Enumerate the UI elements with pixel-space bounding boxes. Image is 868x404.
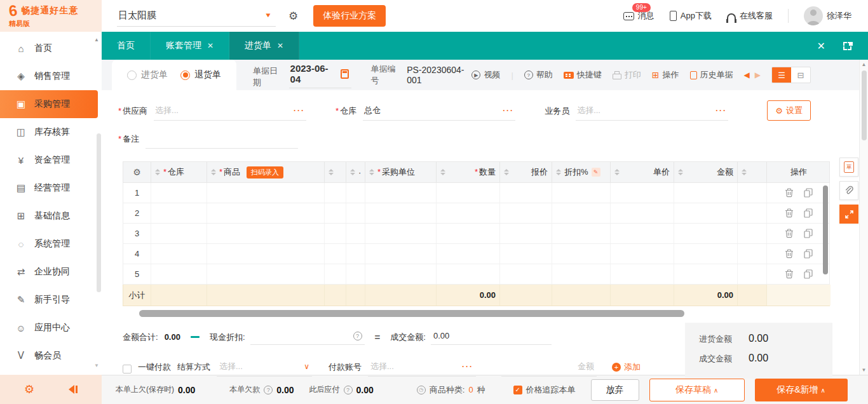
close-tab-icon[interactable]: ✕: [277, 41, 283, 50]
copy-row-icon[interactable]: [804, 229, 813, 238]
prev-doc-icon[interactable]: ◀: [744, 71, 750, 79]
history-docs-button[interactable]: 历史单据: [690, 69, 733, 81]
close-all-tabs-icon[interactable]: ✕: [817, 40, 825, 52]
pay-amount-input[interactable]: 金额: [501, 359, 597, 377]
copy-row-icon[interactable]: [804, 269, 813, 279]
page-scrollbar[interactable]: ▲ ▼: [859, 60, 868, 375]
delete-row-icon[interactable]: [785, 249, 794, 259]
discard-button[interactable]: 放弃: [591, 379, 639, 401]
cell-·[interactable]: [346, 224, 365, 243]
cell-数量[interactable]: [437, 264, 500, 284]
cell-·[interactable]: [346, 264, 365, 284]
pay-account-input[interactable]: 选择... ···: [368, 359, 476, 377]
cell-单价[interactable]: [611, 224, 674, 243]
delete-row-icon[interactable]: [785, 188, 794, 198]
sidebar-item-collaboration[interactable]: ⇄企业协同: [0, 258, 102, 286]
add-payment-button[interactable]: + 添加: [612, 361, 641, 377]
sort-icon[interactable]: [329, 169, 334, 175]
tab-账套管理[interactable]: 账套管理✕: [151, 32, 229, 60]
cell-采购单位[interactable]: [365, 224, 437, 243]
sort-icon[interactable]: [504, 169, 509, 175]
row-number-cell[interactable]: 2: [123, 203, 151, 223]
sort-icon[interactable]: [440, 169, 445, 175]
cell-采购单位[interactable]: [365, 183, 437, 203]
company-selector[interactable]: 日太阳膜 ▼: [117, 6, 276, 27]
cell-3[interactable]: [325, 203, 346, 223]
one-click-pay-checkbox[interactable]: [123, 365, 132, 374]
cell-报价[interactable]: [500, 264, 552, 284]
cell-·[interactable]: [346, 244, 365, 264]
cell-报价[interactable]: [500, 244, 552, 264]
sidebar-item-system[interactable]: ◌系统管理: [0, 230, 102, 258]
cell-折扣%[interactable]: [552, 244, 611, 264]
cell-金额[interactable]: [674, 244, 738, 264]
next-doc-icon[interactable]: ▶: [755, 71, 761, 79]
row-number-cell[interactable]: 1: [123, 183, 151, 203]
sidebar-item-home[interactable]: ⌂首页: [0, 34, 102, 62]
expand-button[interactable]: [839, 205, 858, 224]
cell-仓库[interactable]: [151, 264, 207, 284]
scrollbar-thumb[interactable]: [862, 71, 867, 140]
salesman-more-icon[interactable]: ···: [715, 106, 727, 115]
cash-discount-input[interactable]: ?: [250, 329, 365, 345]
app-download-button[interactable]: App下载: [670, 10, 712, 22]
cell-报价[interactable]: [500, 183, 552, 203]
edit-discount-icon[interactable]: ✎: [592, 168, 600, 177]
scroll-down-icon[interactable]: ▼: [862, 367, 867, 373]
cell-·[interactable]: [346, 183, 365, 203]
supplier-input[interactable]: 选择... ···: [154, 102, 306, 121]
deal-amount-field[interactable]: 0.00: [431, 329, 552, 345]
save-and-new-button[interactable]: 保存&新增∧: [755, 379, 848, 401]
tab-首页[interactable]: 首页: [102, 32, 151, 60]
sidebar-collapse-icon[interactable]: [69, 385, 78, 394]
column-settings-icon[interactable]: ⚙: [133, 167, 141, 177]
row-number-cell[interactable]: 5: [123, 264, 151, 284]
online-service-button[interactable]: 在线客服: [727, 10, 773, 22]
cell-单价[interactable]: [611, 203, 674, 223]
attachment-button[interactable]: [839, 181, 858, 200]
cell-金额[interactable]: [674, 183, 738, 203]
trial-plan-button[interactable]: 体验行业方案: [313, 5, 386, 27]
pay-account-more-icon[interactable]: ···: [462, 362, 473, 371]
delete-row-icon[interactable]: [785, 269, 794, 279]
settle-method-select[interactable]: 选择... ∨: [217, 359, 312, 377]
list-view-icon[interactable]: ☰: [772, 67, 791, 83]
cell-3[interactable]: [325, 244, 346, 264]
cell-单价[interactable]: [611, 244, 674, 264]
sidebar-item-operation[interactable]: ▤经营管理: [0, 174, 102, 202]
cell-金额[interactable]: [674, 224, 738, 243]
warehouse-more-icon[interactable]: ···: [503, 106, 514, 115]
cell-单价[interactable]: [611, 264, 674, 284]
scan-entry-button[interactable]: 扫码录入: [247, 166, 283, 178]
sidebar-item-base-info[interactable]: ⊞基础信息: [0, 202, 102, 230]
help-button[interactable]: ?帮助: [524, 69, 553, 81]
calendar-icon[interactable]: [341, 69, 349, 79]
sort-icon[interactable]: [350, 169, 355, 175]
cell-报价[interactable]: [500, 203, 552, 223]
user-menu[interactable]: 徐泽华: [804, 6, 851, 25]
cell-3[interactable]: [325, 264, 346, 284]
radio-return-order[interactable]: 退货单: [180, 69, 221, 81]
header-settings-icon[interactable]: ⚙: [288, 10, 298, 23]
close-tab-icon[interactable]: ✕: [207, 41, 214, 50]
cell-采购单位[interactable]: [365, 264, 437, 284]
operations-button[interactable]: ⊞操作: [652, 69, 679, 81]
remark-input[interactable]: [146, 132, 298, 149]
copy-row-icon[interactable]: [804, 208, 813, 218]
sidebar-scroll-down-icon[interactable]: ▼: [94, 363, 99, 368]
form-view-icon[interactable]: ⊟: [791, 67, 810, 83]
cell-折扣%[interactable]: [552, 203, 611, 223]
help-icon[interactable]: ?: [344, 386, 353, 394]
tab-进货单[interactable]: 进货单✕: [229, 32, 299, 60]
cell-11[interactable]: [738, 244, 767, 264]
cell-金额[interactable]: [674, 203, 738, 223]
column-settings-button[interactable]: ⚙设置: [767, 100, 811, 121]
messages-button[interactable]: 99+ 消息: [623, 10, 654, 22]
cell-商品[interactable]: [207, 183, 325, 203]
cell-11[interactable]: [738, 203, 767, 223]
scroll-up-icon[interactable]: ▲: [862, 62, 867, 67]
sort-icon[interactable]: [369, 169, 374, 175]
video-button[interactable]: ▶视频: [471, 69, 500, 81]
row-number-cell[interactable]: 3: [123, 224, 151, 243]
cell-数量[interactable]: [437, 244, 500, 264]
